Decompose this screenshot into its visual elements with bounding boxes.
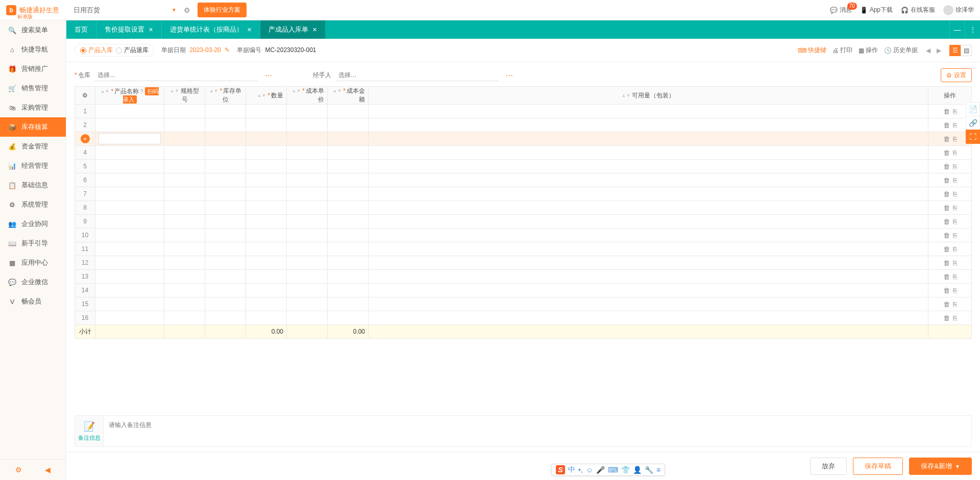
cell-available[interactable]	[369, 201, 928, 215]
cell-unit[interactable]	[205, 242, 246, 256]
cell-product[interactable]	[95, 187, 164, 201]
history-link[interactable]: 🕓历史单据	[884, 46, 918, 55]
collapse-icon[interactable]: ◀	[45, 466, 51, 474]
ime-lang[interactable]: 中	[568, 465, 575, 474]
cell-amount[interactable]	[328, 160, 369, 173]
cell-spec[interactable]	[164, 242, 205, 256]
cell-product[interactable]	[95, 284, 164, 297]
tab-home[interactable]: 首页	[66, 20, 96, 39]
cell-product[interactable]	[95, 132, 164, 146]
more-icon[interactable]: ⋯	[506, 71, 513, 80]
cell-available[interactable]	[369, 242, 928, 256]
cell-price[interactable]	[287, 311, 328, 325]
cell-price[interactable]	[287, 160, 328, 173]
cell-unit[interactable]	[205, 105, 246, 118]
tab-product-inbound[interactable]: 产成品入库单✕	[260, 20, 326, 39]
handler-input[interactable]	[335, 69, 499, 81]
cell-available[interactable]	[369, 297, 928, 311]
cell-available[interactable]	[369, 118, 928, 132]
cell-unit[interactable]	[205, 146, 246, 160]
delete-icon[interactable]: 🗑	[943, 108, 950, 115]
product-input[interactable]	[99, 133, 161, 144]
table-row[interactable]: 13🗑⎘	[75, 270, 972, 284]
cell-available[interactable]	[369, 173, 928, 187]
bill-date-value[interactable]: 2023-03-20	[189, 46, 220, 54]
category-dropdown[interactable]: 日用百货 ▼	[74, 6, 177, 15]
messages-link[interactable]: 💬 消息 70	[830, 6, 852, 14]
cell-price[interactable]	[287, 187, 328, 201]
sidebar-item-collab[interactable]: 👥企业协同	[0, 214, 66, 234]
delete-icon[interactable]: 🗑	[943, 273, 950, 281]
sidebar-item-member[interactable]: V畅会员	[0, 292, 66, 311]
sidebar-item-wechat[interactable]: 💬企业微信	[0, 272, 66, 292]
edit-icon[interactable]: ✎	[225, 46, 230, 54]
print-link[interactable]: 🖨打印	[832, 46, 852, 55]
cell-price[interactable]	[287, 118, 328, 132]
cell-available[interactable]	[369, 284, 928, 297]
cell-qty[interactable]	[246, 270, 287, 284]
cell-spec[interactable]	[164, 284, 205, 297]
copy-icon[interactable]: ⎘	[953, 149, 957, 157]
cell-qty[interactable]	[246, 242, 287, 256]
cell-qty[interactable]	[246, 201, 287, 215]
sidebar-item-sales[interactable]: 🛒销售管理	[0, 79, 66, 98]
ime-punct-icon[interactable]: •,	[578, 466, 583, 474]
cell-qty[interactable]	[246, 105, 287, 118]
radio-inbound[interactable]: 产品入库	[80, 46, 113, 55]
cell-unit[interactable]	[205, 201, 246, 215]
copy-icon[interactable]: ⎘	[953, 190, 957, 198]
copy-icon[interactable]: ⎘	[953, 273, 957, 281]
card-view-icon[interactable]: ▤	[961, 45, 972, 56]
table-row[interactable]: 16🗑⎘	[75, 311, 972, 325]
sidebar-item-apps[interactable]: ▦应用中心	[0, 253, 66, 272]
sidebar-item-search[interactable]: 🔍搜索菜单	[0, 20, 66, 40]
tabs-minimize-button[interactable]: —	[949, 20, 965, 39]
copy-icon[interactable]: ⎘	[953, 300, 957, 308]
tab-purchase-stats[interactable]: 进货单统计表（按商品）✕	[162, 20, 260, 39]
sidebar-item-purchase[interactable]: 🛍采购管理	[0, 98, 66, 117]
cell-spec[interactable]	[164, 160, 205, 173]
cell-amount[interactable]	[328, 201, 369, 215]
cell-unit[interactable]	[205, 256, 246, 270]
sidebar-item-inventory[interactable]: 📦库存核算	[0, 117, 66, 137]
sidebar-item-quicknav[interactable]: ⌂快捷导航	[0, 40, 66, 59]
cell-available[interactable]	[369, 187, 928, 201]
cell-amount[interactable]	[328, 297, 369, 311]
cell-spec[interactable]	[164, 256, 205, 270]
col-spec[interactable]: ▲▼规格型号	[164, 87, 205, 105]
cell-price[interactable]	[287, 201, 328, 215]
cell-amount[interactable]	[328, 146, 369, 160]
cell-qty[interactable]	[246, 297, 287, 311]
cell-spec[interactable]	[164, 118, 205, 132]
cell-qty[interactable]	[246, 187, 287, 201]
ime-menu-icon[interactable]: ≡	[656, 466, 660, 474]
table-row[interactable]: 1🗑⎘	[75, 105, 972, 118]
col-settings[interactable]: ⚙	[75, 87, 95, 105]
online-service-link[interactable]: 🎧 在线客服	[901, 6, 935, 14]
cell-available[interactable]	[369, 311, 928, 325]
cell-price[interactable]	[287, 173, 328, 187]
cell-qty[interactable]	[246, 215, 287, 229]
float-expand-icon[interactable]: ⛶	[966, 130, 980, 144]
cell-product[interactable]	[95, 242, 164, 256]
sidebar-item-business[interactable]: 📊经营管理	[0, 156, 66, 175]
ime-mic-icon[interactable]: 🎤	[596, 466, 605, 474]
col-unit[interactable]: ▲▼*库存单位	[205, 87, 246, 105]
cell-price[interactable]	[287, 284, 328, 297]
save-draft-button[interactable]: 保存草稿	[853, 458, 903, 475]
delete-icon[interactable]: 🗑	[943, 287, 950, 294]
copy-icon[interactable]: ⎘	[953, 287, 957, 294]
next-icon[interactable]: ▶	[935, 46, 943, 55]
cell-price[interactable]	[287, 146, 328, 160]
delete-icon[interactable]: 🗑	[943, 135, 950, 143]
cell-product[interactable]	[95, 215, 164, 229]
cell-spec[interactable]	[164, 229, 205, 242]
ime-user-icon[interactable]: 👤	[633, 466, 642, 474]
cell-amount[interactable]	[328, 242, 369, 256]
cell-price[interactable]	[287, 132, 328, 146]
table-row[interactable]: 15🗑⎘	[75, 297, 972, 311]
delete-icon[interactable]: 🗑	[943, 245, 950, 253]
ime-skin-icon[interactable]: 👕	[621, 466, 630, 474]
col-price[interactable]: ▲▼*成本单价	[287, 87, 328, 105]
table-row[interactable]: 7🗑⎘	[75, 187, 972, 201]
